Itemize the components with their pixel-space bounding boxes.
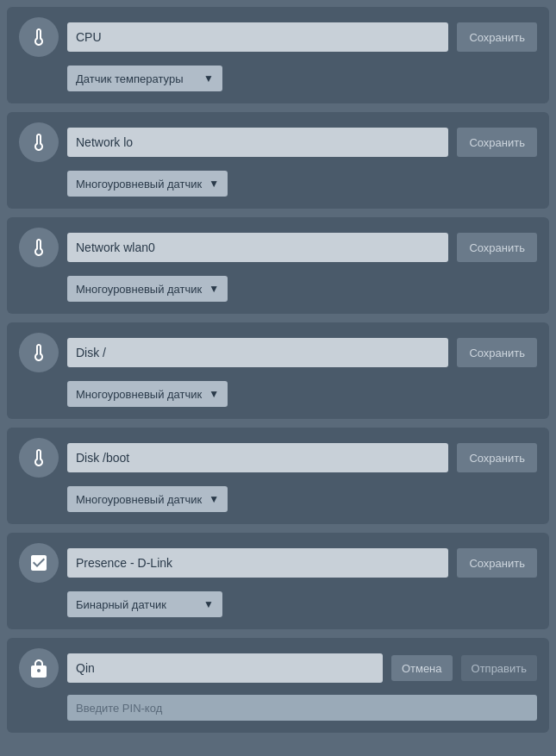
thermometer-icon [19, 333, 59, 372]
save-button[interactable]: Сохранить [457, 548, 537, 578]
save-button[interactable]: Сохранить [457, 22, 537, 52]
sensor-type-dropdown[interactable]: Многоуровневый датчик ▼ [67, 486, 228, 512]
pin-card: Qin Отмена Отправить [7, 638, 549, 733]
card-cpu: Сохранить Датчик температуры ▼ [7, 7, 549, 103]
sensor-type-label: Многоуровневый датчик [76, 178, 202, 191]
chevron-down-icon: ▼ [203, 598, 214, 610]
card-network-lo: Сохранить Многоуровневый датчик ▼ [7, 112, 549, 209]
sensor-name-input[interactable] [67, 128, 448, 157]
sensor-name-input[interactable] [67, 233, 448, 262]
cancel-button[interactable]: Отмена [391, 655, 453, 681]
sensor-name-input[interactable] [67, 443, 448, 472]
sensor-type-label: Бинарный датчик [76, 598, 197, 611]
sensor-type-dropdown[interactable]: Многоуровневый датчик ▼ [67, 276, 228, 302]
save-button[interactable]: Сохранить [457, 233, 537, 262]
sensor-type-label: Датчик температуры [76, 72, 197, 85]
lock-icon [19, 648, 59, 688]
checkbox-icon [19, 543, 59, 583]
thermometer-icon [19, 17, 59, 57]
sensor-type-dropdown[interactable]: Многоуровневый датчик ▼ [67, 171, 228, 197]
save-button[interactable]: Сохранить [457, 443, 537, 472]
thermometer-icon [19, 122, 59, 162]
chevron-down-icon: ▼ [209, 493, 219, 505]
pin-input[interactable] [67, 695, 537, 721]
chevron-down-icon: ▼ [203, 72, 214, 84]
card-network-wlan0: Сохранить Многоуровневый датчик ▼ [7, 217, 549, 314]
sensor-type-label: Многоуровневый датчик [76, 283, 202, 296]
thermometer-icon [19, 228, 59, 267]
sensor-name-input[interactable] [67, 548, 448, 578]
chevron-down-icon: ▼ [209, 388, 219, 400]
sensor-type-dropdown[interactable]: Многоуровневый датчик ▼ [67, 381, 228, 407]
send-button[interactable]: Отправить [461, 655, 537, 681]
sensor-type-dropdown[interactable]: Бинарный датчик ▼ [67, 591, 222, 617]
sensor-name-input[interactable] [67, 338, 448, 367]
chevron-down-icon: ▼ [209, 178, 219, 190]
sensor-name-input[interactable] [67, 22, 448, 52]
sensor-type-dropdown[interactable]: Датчик температуры ▼ [67, 66, 222, 91]
chevron-down-icon: ▼ [209, 283, 219, 295]
sensor-type-label: Многоуровневый датчик [76, 493, 202, 506]
card-disk-root: Сохранить Многоуровневый датчик ▼ [7, 322, 549, 419]
pin-card-name: Qin [67, 653, 383, 683]
save-button[interactable]: Сохранить [457, 128, 537, 157]
sensor-type-label: Многоуровневый датчик [76, 388, 202, 401]
thermometer-icon [19, 438, 59, 478]
save-button[interactable]: Сохранить [457, 338, 537, 367]
card-disk-boot: Сохранить Многоуровневый датчик ▼ [7, 428, 549, 524]
card-presence-dlink: Сохранить Бинарный датчик ▼ [7, 533, 549, 629]
